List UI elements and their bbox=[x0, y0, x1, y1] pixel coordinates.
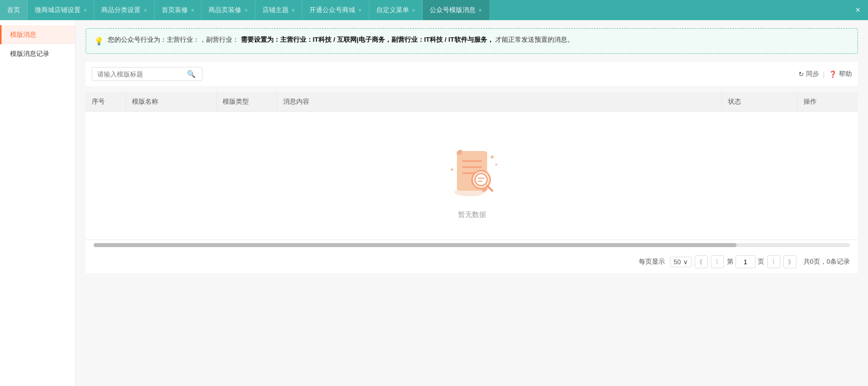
tab-custom-menu[interactable]: 自定义菜单 × bbox=[369, 0, 423, 20]
tab-open-shop[interactable]: 开通公众号商城 × bbox=[302, 0, 369, 20]
page-size-select[interactable]: 50 ∨ bbox=[670, 257, 691, 267]
tab-home[interactable]: 首页 bbox=[0, 0, 28, 20]
col-content: 消息内容 bbox=[277, 92, 722, 111]
sidebar-item-template-log[interactable]: 模版消息记录 bbox=[0, 44, 75, 63]
svg-point-5 bbox=[475, 174, 487, 186]
page-number-input[interactable] bbox=[736, 255, 756, 268]
svg-line-6 bbox=[487, 186, 492, 191]
empty-state: 暂无数据 bbox=[86, 112, 858, 240]
toolbar-divider: | bbox=[823, 70, 825, 78]
tab-close-custom-menu[interactable]: × bbox=[412, 7, 415, 13]
col-status: 状态 bbox=[722, 92, 797, 111]
sidebar: 模版消息 模版消息记录 bbox=[0, 20, 76, 386]
tab-close-shop-settings[interactable]: × bbox=[84, 7, 87, 13]
next-page-button[interactable]: ⟩ bbox=[767, 255, 780, 268]
empty-text: 暂无数据 bbox=[458, 210, 486, 219]
first-page-button[interactable]: ⟪ bbox=[695, 255, 708, 268]
notice-box: 💡 您的公众号行业为：主营行业：，副营行业： 需要设置为：主营行业：IT科技 /… bbox=[86, 28, 858, 54]
scrollbar-area bbox=[86, 240, 858, 250]
tab-template-msg[interactable]: 公众号模版消息 × bbox=[423, 0, 489, 20]
svg-point-11 bbox=[450, 169, 453, 171]
search-box[interactable]: 🔍 bbox=[92, 67, 203, 81]
main-layout: 模版消息 模版消息记录 💡 您的公众号行业为：主营行业：，副营行业： 需要设置为… bbox=[0, 20, 868, 386]
col-type: 模版类型 bbox=[217, 92, 277, 111]
total-info: 共0页，0条记录 bbox=[804, 257, 850, 266]
page-label-before: 第 bbox=[727, 257, 733, 266]
bulb-icon: 💡 bbox=[94, 35, 104, 47]
tab-close-template-msg[interactable]: × bbox=[479, 7, 482, 13]
table-container: 序号 模版名称 模版类型 消息内容 状态 操作 bbox=[86, 92, 858, 273]
empty-state-icon bbox=[442, 142, 502, 202]
tab-close-home-decor[interactable]: × bbox=[191, 7, 194, 13]
help-button[interactable]: ❓ 帮助 bbox=[829, 69, 852, 79]
top-nav: 首页 微商城店铺设置 × 商品分类设置 × 首页装修 × 商品页装修 × 店铺主… bbox=[0, 0, 868, 20]
svg-point-9 bbox=[491, 156, 494, 159]
page-input-wrap: 第 页 bbox=[727, 255, 764, 268]
prev-page-button[interactable]: ⟨ bbox=[711, 255, 724, 268]
table-header: 序号 模版名称 模版类型 消息内容 状态 操作 bbox=[86, 92, 858, 112]
tab-close-product-decor[interactable]: × bbox=[244, 7, 247, 13]
pagination: 每页显示 50 ∨ ⟪ ⟨ 第 页 ⟩ ⟫ 共0页，0条记录 bbox=[86, 250, 858, 273]
help-icon: ❓ bbox=[829, 70, 837, 78]
svg-point-10 bbox=[495, 164, 497, 166]
tab-home-decor[interactable]: 首页装修 × bbox=[155, 0, 202, 20]
tab-close-category-settings[interactable]: × bbox=[144, 7, 147, 13]
sync-button[interactable]: ↻ 同步 bbox=[798, 69, 819, 79]
tab-close-store-theme[interactable]: × bbox=[292, 7, 295, 13]
col-action: 操作 bbox=[797, 92, 858, 111]
toolbar: 🔍 ↻ 同步 | ❓ 帮助 bbox=[86, 62, 858, 86]
col-name: 模版名称 bbox=[126, 92, 217, 111]
tab-shop-settings[interactable]: 微商城店铺设置 × bbox=[28, 0, 94, 20]
sidebar-item-template-msg[interactable]: 模版消息 bbox=[0, 25, 75, 44]
notice-text: 您的公众号行业为：主营行业：，副营行业： 需要设置为：主营行业：IT科技 / 互… bbox=[108, 35, 574, 45]
page-label-after: 页 bbox=[758, 257, 764, 266]
tab-product-decor[interactable]: 商品页装修 × bbox=[202, 0, 255, 20]
window-close-button[interactable]: × bbox=[848, 0, 868, 20]
search-button[interactable]: 🔍 bbox=[183, 67, 199, 81]
tab-close-open-shop[interactable]: × bbox=[358, 7, 361, 13]
tab-category-settings[interactable]: 商品分类设置 × bbox=[94, 0, 154, 20]
toolbar-right: ↻ 同步 | ❓ 帮助 bbox=[798, 69, 852, 79]
scrollbar-track[interactable] bbox=[94, 243, 850, 247]
scrollbar-thumb[interactable] bbox=[94, 243, 737, 247]
search-input[interactable] bbox=[92, 68, 183, 81]
content-area: 💡 您的公众号行业为：主营行业：，副营行业： 需要设置为：主营行业：IT科技 /… bbox=[76, 20, 868, 386]
sync-icon: ↻ bbox=[798, 70, 804, 78]
col-index: 序号 bbox=[86, 92, 126, 111]
page-size-label: 每页显示 bbox=[639, 257, 665, 266]
tab-store-theme[interactable]: 店铺主题 × bbox=[255, 0, 302, 20]
last-page-button[interactable]: ⟫ bbox=[783, 255, 796, 268]
chevron-down-icon: ∨ bbox=[683, 258, 688, 266]
